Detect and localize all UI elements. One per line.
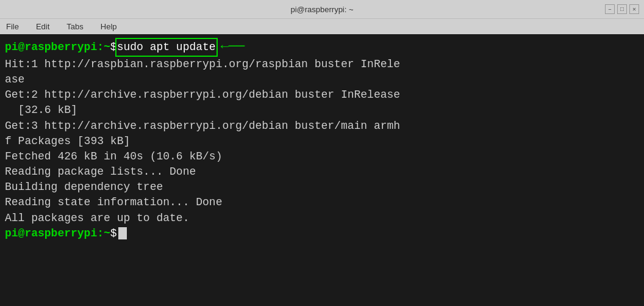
command-text: sudo apt update <box>117 40 216 55</box>
menu-tabs[interactable]: Tabs <box>63 21 87 32</box>
minimize-button[interactable]: – <box>605 4 615 14</box>
terminal-cursor <box>118 227 127 239</box>
window-title: pi@raspberrypi: ~ <box>290 5 353 14</box>
output-line-2: ase <box>5 72 639 87</box>
command-line: pi@raspberrypi:~ $ sudo apt update ←── <box>5 38 639 57</box>
terminal-window: pi@raspberrypi: ~ – □ ✕ File Edit Tabs H… <box>0 0 644 306</box>
menu-file[interactable]: File <box>2 21 23 32</box>
window-controls: – □ ✕ <box>605 4 639 14</box>
arrow-annotation-icon: ←── <box>221 38 245 57</box>
menu-help[interactable]: Help <box>97 21 121 32</box>
terminal-body[interactable]: pi@raspberrypi:~ $ sudo apt update ←── H… <box>0 34 644 306</box>
title-bar: pi@raspberrypi: ~ – □ ✕ <box>0 0 644 18</box>
prompt-symbol: $ <box>110 40 117 55</box>
prompt2-user-host: pi@raspberrypi:~ <box>5 226 110 241</box>
output-line-1: Hit:1 http://raspbian.raspberrypi.org/ra… <box>5 57 639 72</box>
output-line-4: [32.6 kB] <box>5 103 639 118</box>
output-line-5: Get:3 http://archive.raspberrypi.org/deb… <box>5 118 639 134</box>
output-line-9: Building dependency tree <box>5 180 639 195</box>
output-line-8: Reading package lists... Done <box>5 164 639 180</box>
output-line-10: Reading state information... Done <box>5 195 639 210</box>
close-button[interactable]: ✕ <box>629 4 639 14</box>
menu-edit[interactable]: Edit <box>32 21 53 32</box>
prompt2-symbol: $ <box>110 226 117 241</box>
menu-bar: File Edit Tabs Help <box>0 18 644 34</box>
output-line-3: Get:2 http://archive.raspberrypi.org/deb… <box>5 87 639 103</box>
output-line-11: All packages are up to date. <box>5 211 639 226</box>
prompt-user-host: pi@raspberrypi:~ <box>5 40 110 55</box>
prompt-line-2: pi@raspberrypi:~ $ <box>5 226 639 241</box>
output-line-7: Fetched 426 kB in 40s (10.6 kB/s) <box>5 149 639 164</box>
maximize-button[interactable]: □ <box>617 4 627 14</box>
output-line-6: f Packages [393 kB] <box>5 134 639 149</box>
